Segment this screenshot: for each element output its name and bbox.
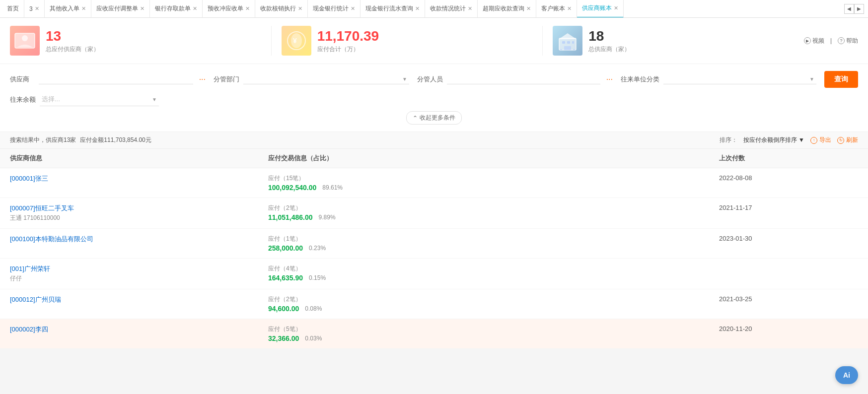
nav-item-cash-flow[interactable]: 现金银行流水查询 ✕: [361, 0, 425, 18]
close-cash-flow-icon[interactable]: ✕: [415, 5, 420, 12]
refresh-button[interactable]: ↻ 刷新: [837, 136, 858, 144]
col-header-supplier: 供应商信息: [10, 154, 268, 163]
stat-divider-2: [542, 26, 543, 56]
stat-label-payable-suppliers: 总应付供应商（家）: [46, 45, 261, 54]
filter-label-person: 分管人员: [417, 75, 443, 84]
filter-dots-supplier[interactable]: ···: [199, 75, 206, 84]
supplier-link-5[interactable]: [000002]李四: [10, 326, 48, 333]
stats-row: 13 总应付供应商（家） ¥ 11,170.39 应付合计（万）: [0, 18, 868, 64]
transaction-amount-5[interactable]: 32,366.00: [268, 334, 299, 342]
trans-label-1: 应付（2笔）: [268, 204, 719, 212]
supplier-info-2: [000100]本特勤油品有限公司: [10, 235, 268, 244]
nav-label-collection-exec: 收款核销执行: [260, 4, 296, 13]
table-row: [001]广州荣轩 仔仔 应付（4笔） 164,635.90 0.15%: [0, 259, 868, 289]
nav-label-home: 首页: [7, 4, 19, 13]
table-row: [000007]恒旺二手叉车 王通 17106110000 应付（2笔） 11,…: [0, 198, 868, 229]
nav-right-arrow[interactable]: ▶: [854, 4, 864, 14]
filter-item-dept: 分管部门 ▼: [214, 74, 409, 84]
stat-info-1: 13 总应付供应商（家）: [46, 28, 261, 54]
stat-label-total-suppliers: 总供应商（家）: [588, 45, 804, 54]
transaction-amount-2[interactable]: 258,000.00: [268, 244, 303, 252]
stat-block-total-suppliers: 18 总供应商（家）: [553, 26, 804, 56]
nav-item-supplier-ledger[interactable]: 供应商账本 ✕: [577, 0, 624, 18]
supplier-info-4: [000012]广州贝瑞: [10, 295, 268, 304]
help-link[interactable]: 帮助: [846, 37, 858, 45]
filter-label-balance: 往来余额: [10, 95, 36, 104]
close-customer-ledger-icon[interactable]: ✕: [567, 5, 572, 12]
last-payment-1: 2021-11-17: [719, 204, 858, 211]
filter-input-supplier[interactable]: [39, 74, 193, 84]
close-collection-exec-icon[interactable]: ✕: [298, 5, 302, 12]
collapse-button[interactable]: ⌃ 收起更多条件: [406, 111, 462, 125]
filter-item-balance: 往来余额 选择... ▼: [10, 93, 159, 106]
stat-label-payable-total: 应付合计（万）: [317, 45, 533, 54]
filter-label-category: 往来单位分类: [621, 75, 659, 84]
transaction-amount-1[interactable]: 11,051,486.00: [268, 213, 313, 221]
nav-item-pre-ar[interactable]: 预收冲应收单 ✕: [203, 0, 255, 18]
sort-value[interactable]: 按应付余额倒序排序 ▼: [743, 136, 804, 144]
nav-left-arrow[interactable]: ◀: [844, 4, 854, 14]
nav-item-customer-ledger[interactable]: 客户账本 ✕: [536, 0, 577, 18]
nav-item-collection-stat[interactable]: 收款情况统计 ✕: [425, 0, 478, 18]
close-supplier-ledger-icon[interactable]: ✕: [614, 5, 618, 11]
close-collection-stat-icon[interactable]: ✕: [468, 5, 472, 12]
video-link[interactable]: 视频: [812, 37, 824, 45]
supplier-link-3[interactable]: [001]广州荣轩: [10, 265, 50, 272]
nav-item-other-income[interactable]: 其他收入单 ✕: [45, 0, 91, 18]
nav-label-ar-ap: 应收应付调整单: [96, 4, 138, 13]
table-header: 供应商信息 应付交易信息（占比） 上次付数: [0, 149, 868, 168]
supplier-contact-1: 王通 17106110000: [10, 214, 268, 222]
nav-item-cash-bank-stat[interactable]: 现金银行统计 ✕: [308, 0, 361, 18]
table-container: 供应商信息 应付交易信息（占比） 上次付数 [000001]张三 应付（15笔）…: [0, 149, 868, 349]
supplier-link-4[interactable]: [000012]广州贝瑞: [10, 296, 61, 303]
transaction-amount-4[interactable]: 94,600.00: [268, 305, 299, 313]
stat-divider-1: [271, 26, 272, 56]
close-overdue-ar-icon[interactable]: ✕: [526, 5, 531, 12]
nav-item-home[interactable]: 首页: [2, 0, 24, 18]
nav-item-overdue-ar[interactable]: 超期应收款查询 ✕: [478, 0, 536, 18]
filter-select-balance-text: 选择...: [42, 95, 60, 104]
filter-input-person[interactable]: [447, 74, 600, 84]
close-cash-bank-icon[interactable]: ✕: [351, 5, 355, 12]
result-bar-info: 搜索结果中，供应商13家 应付金额111,703,854.00元: [10, 136, 151, 144]
close-pre-ar-icon[interactable]: ✕: [245, 5, 250, 12]
nav-item-ar-ap-adjust[interactable]: 应收应付调整单 ✕: [91, 0, 150, 18]
filter-dots-person[interactable]: ···: [606, 75, 613, 84]
filter-select-balance[interactable]: 选择... ▼: [40, 93, 159, 106]
close-tab-3-icon[interactable]: ✕: [35, 5, 39, 12]
nav-item-bank-deposit[interactable]: 银行存取款单 ✕: [150, 0, 203, 18]
close-other-income-icon[interactable]: ✕: [81, 5, 86, 12]
supplier-link-1[interactable]: [000007]恒旺二手叉车: [10, 204, 74, 212]
filter-row-1: 供应商 ··· 分管部门 ▼ 分管人员 ··· 往来单位分类 ▼ 查询: [10, 71, 858, 88]
supplier-link-2[interactable]: [000100]本特勤油品有限公司: [10, 235, 93, 243]
stat-block-suppliers-payable: 13 总应付供应商（家）: [10, 26, 261, 56]
stat-icon-2: ¥: [282, 26, 311, 56]
last-payment-5: 2020-11-20: [719, 325, 858, 332]
filter-item-supplier: 供应商 ···: [10, 74, 206, 84]
nav-label-collection-stat: 收款情况统计: [430, 4, 466, 13]
nav-item-collection-exec[interactable]: 收款核销执行 ✕: [255, 0, 308, 18]
transaction-amount-3[interactable]: 164,635.90: [268, 274, 303, 282]
help-circle-icon: ?: [838, 37, 845, 44]
nav-item-3[interactable]: 3 ✕: [24, 0, 45, 18]
supplier-link-0[interactable]: [000001]张三: [10, 175, 48, 182]
filter-section: 供应商 ··· 分管部门 ▼ 分管人员 ··· 往来单位分类 ▼ 查询: [0, 64, 868, 132]
export-button[interactable]: ↑ 导出: [810, 136, 831, 144]
export-label: 导出: [819, 136, 831, 144]
filter-select-category[interactable]: ▼: [663, 74, 816, 84]
table-row: [000001]张三 应付（15笔） 100,092,540.00 89.61%…: [0, 168, 868, 198]
supplier-info-5: [000002]李四: [10, 325, 268, 334]
query-button[interactable]: 查询: [824, 71, 858, 88]
transaction-info-2: 应付（1笔） 258,000.00 0.23%: [268, 235, 719, 252]
close-bank-icon[interactable]: ✕: [193, 5, 197, 12]
close-ar-ap-icon[interactable]: ✕: [140, 5, 145, 12]
transaction-amount-0[interactable]: 100,092,540.00: [268, 184, 316, 192]
result-bar: 搜索结果中，供应商13家 应付金额111,703,854.00元 排序： 按应付…: [0, 132, 868, 149]
nav-label-cash-flow: 现金银行流水查询: [365, 4, 413, 13]
svg-rect-10: [560, 49, 562, 50]
filter-select-dept[interactable]: ▼: [243, 74, 409, 84]
trans-label-5: 应付（5笔）: [268, 325, 719, 333]
result-bar-actions: 排序： 按应付余额倒序排序 ▼ ↑ 导出 ↻ 刷新: [720, 136, 858, 144]
trans-percent-1: 9.89%: [319, 214, 336, 221]
nav-label-supplier-ledger: 供应商账本: [582, 4, 612, 12]
